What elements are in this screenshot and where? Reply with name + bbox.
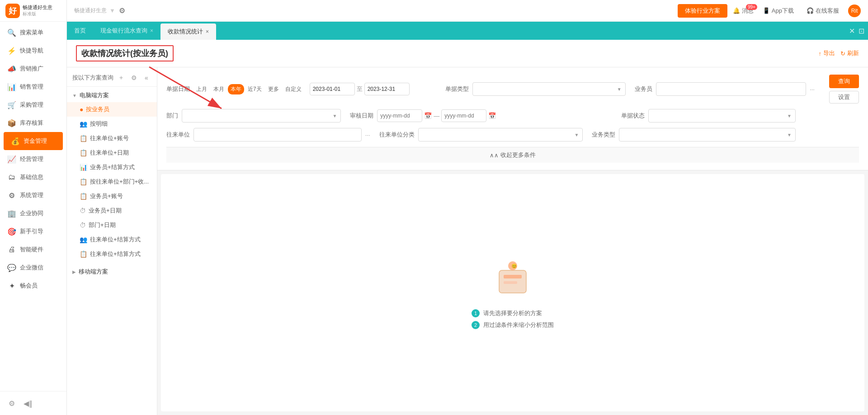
filter-partner-cat-select[interactable]: ▼ [418, 128, 583, 141]
online-service-btn[interactable]: 🎧 在线客服 [803, 5, 843, 17]
filter-partner-cat-label: 往来单位分类 [379, 131, 415, 139]
calendar-end-icon[interactable]: 📅 [488, 112, 496, 119]
filter-partner-select[interactable] [193, 128, 362, 141]
scheme-item-label: 往来单位+结算方式 [90, 250, 141, 258]
page-header: 收款情况统计(按业务员) ↑ 导出 ↻ 刷新 [67, 40, 868, 67]
filter-biz-type-select[interactable]: ▼ [619, 128, 796, 141]
biz-type-arrow-icon: ▼ [787, 132, 792, 137]
scheme-item-partner-dept[interactable]: 📋 按往来单位+部门+收... [67, 174, 157, 189]
partner-more-icon[interactable]: ··· [365, 132, 370, 138]
sidebar-item-enterprise[interactable]: 🏢 企业协同 [0, 204, 66, 222]
scheme-item-by-detail[interactable]: 👥 按明细 [67, 117, 157, 131]
tab-home[interactable]: 首页 [67, 22, 93, 40]
scheme-group-desktop-header[interactable]: ▼ 电脑端方案 [67, 89, 157, 102]
date-tab-more[interactable]: 更多 [265, 84, 282, 94]
tab-bank-close[interactable]: × [150, 28, 153, 34]
solution-btn[interactable]: 体验行业方案 [678, 4, 727, 18]
scheme-item-sp-account[interactable]: 📋 业务员+账号 [67, 189, 157, 203]
scheme-item-by-salesperson[interactable]: ● 按业务员 [67, 102, 157, 117]
notification-btn[interactable]: 🔔 消息 99+ [733, 7, 754, 15]
scheme-item-partner-account[interactable]: 📋 往来单位+账号 [67, 131, 157, 146]
scheme-dept-date-icon: ⏱ [80, 222, 86, 229]
sidebar-item-guide[interactable]: 🎯 新手引导 [0, 222, 66, 241]
salesperson-more-icon[interactable]: ··· [810, 86, 815, 93]
filter-partner-category-item: 往来单位分类 ▼ [379, 128, 583, 141]
app-download-btn[interactable]: 📱 App下载 [759, 5, 797, 17]
sales-icon: 📊 [7, 82, 16, 91]
sidebar-item-inventory[interactable]: 📦 库存核算 [0, 114, 66, 132]
calendar-start-icon[interactable]: 📅 [424, 112, 432, 119]
scheme-item-dept-date[interactable]: ⏱ 部门+日期 [67, 218, 157, 232]
filter-salesperson-select[interactable] [656, 82, 806, 96]
review-date-start[interactable] [377, 109, 422, 122]
scheme-group-mobile-header[interactable]: ▶ 移动端方案 [67, 265, 157, 278]
sidebar-item-wechat[interactable]: 💬 企业微信 [0, 259, 66, 277]
quick-nav-icon: ⚡ [7, 46, 16, 55]
date-tab-this-year[interactable]: 本年 [228, 84, 244, 94]
footer-collapse-btn[interactable]: ◀‖ [22, 397, 34, 410]
filter-docstatus-select[interactable]: ▼ [648, 109, 796, 123]
filter-dept-item: 部门 ▼ [166, 109, 341, 123]
scheme-item-partner-date[interactable]: 📋 往来单位+日期 [67, 146, 157, 160]
step-1-num: 1 [472, 309, 480, 317]
filter-settings-btn[interactable]: 设置 [829, 91, 859, 104]
sidebar-item-search[interactable]: 🔍 搜索菜单 [0, 24, 66, 42]
topbar-actions: 体验行业方案 🔔 消息 99+ 📱 App下载 🎧 在线客服 Rit [678, 4, 861, 18]
date-tab-last-month[interactable]: 上月 [193, 84, 210, 94]
date-start-input[interactable] [310, 83, 355, 95]
refresh-btn[interactable]: ↻ 刷新 [840, 49, 859, 57]
date-tab-7days[interactable]: 近7天 [245, 84, 264, 94]
filter-dept-select[interactable]: ▼ [182, 109, 341, 123]
sidebar-item-sales[interactable]: 📊 销售管理 [0, 78, 66, 96]
footer-settings-btn[interactable]: ⚙ [5, 397, 18, 410]
date-tabs: 上月 本月 本年 近7天 更多 自定义 [193, 84, 304, 94]
collapse-panel-btn[interactable]: « [142, 73, 151, 83]
scheme-sp-settlement-icon: 📊 [80, 164, 87, 171]
date-end-input[interactable] [364, 83, 410, 95]
tab-maximize-icon[interactable]: ⊡ [859, 27, 864, 35]
add-scheme-btn[interactable]: ＋ [116, 73, 126, 83]
sidebar-item-smart-hw[interactable]: 🖨 智能硬件 [0, 241, 66, 259]
scheme-item-sp-date[interactable]: ⏱ 业务员+日期 [67, 203, 157, 218]
svg-rect-1 [504, 275, 522, 278]
date-tab-custom[interactable]: 自定义 [283, 84, 304, 94]
tab-bank-label: 现金银行流水查询 [100, 27, 147, 35]
filter-area: 单据日期 上月 本月 本年 近7天 更多 自定义 至 [157, 67, 868, 170]
export-label: 导出 [823, 49, 835, 57]
collapse-bar[interactable]: ∧∧ 收起更多条件 [166, 147, 859, 163]
tab-close-all-icon[interactable]: ✕ [849, 27, 855, 35]
expand-arrow-mobile-icon: ▶ [72, 269, 76, 274]
purchase-icon: 🛒 [7, 100, 16, 109]
sidebar-item-purchase[interactable]: 🛒 采购管理 [0, 96, 66, 114]
operations-icon: 📈 [7, 155, 16, 164]
scheme-item-salesperson-settlement[interactable]: 📊 业务员+结算方式 [67, 160, 157, 174]
export-btn[interactable]: ↑ 导出 [819, 49, 835, 57]
sidebar-item-marketing[interactable]: 📣 营销推广 [0, 60, 66, 78]
notification-badge: 99+ [746, 4, 757, 10]
export-icon: ↑ [819, 50, 822, 57]
scheme-group-desktop-label: 电脑端方案 [80, 91, 109, 99]
scheme-sp-date-icon: ⏱ [80, 207, 86, 214]
sidebar-item-label: 库存核算 [20, 119, 43, 127]
enterprise-icon: 🏢 [7, 209, 16, 218]
sidebar-item-operations[interactable]: 📈 经营管理 [0, 150, 66, 168]
review-date-end[interactable] [441, 109, 486, 122]
tab-receipts-close[interactable]: × [206, 28, 209, 35]
filter-doctype-select[interactable]: ▼ [472, 82, 625, 96]
topbar-gear-icon[interactable]: ⚙ [119, 6, 125, 15]
query-btn[interactable]: 查询 [829, 75, 859, 88]
sidebar-item-vip[interactable]: ✦ 畅会员 [0, 277, 66, 295]
sidebar-item-finance[interactable]: 💰 资金管理 [4, 132, 63, 150]
sidebar-item-system[interactable]: ⚙ 系统管理 [0, 186, 66, 204]
user-avatar[interactable]: Rit [848, 5, 861, 17]
service-icon: 🎧 [807, 7, 814, 14]
sidebar-item-quicknav[interactable]: ⚡ 快捷导航 [0, 42, 66, 60]
scheme-settings-btn[interactable]: ⚙ [129, 73, 139, 83]
tab-receipts[interactable]: 收款情况统计 × [160, 24, 216, 40]
sidebar-nav: 🔍 搜索菜单 ⚡ 快捷导航 📣 营销推广 📊 销售管理 🛒 采购管理 📦 库存核… [0, 22, 66, 391]
sidebar-item-basic-info[interactable]: 🗂 基础信息 [0, 168, 66, 186]
tab-bank[interactable]: 现金银行流水查询 × [93, 22, 160, 40]
date-tab-this-month[interactable]: 本月 [211, 84, 227, 94]
scheme-item-partner-settle1[interactable]: 👥 往来单位+结算方式 [67, 232, 157, 247]
scheme-item-partner-settle2[interactable]: 📋 往来单位+结算方式 [67, 247, 157, 261]
